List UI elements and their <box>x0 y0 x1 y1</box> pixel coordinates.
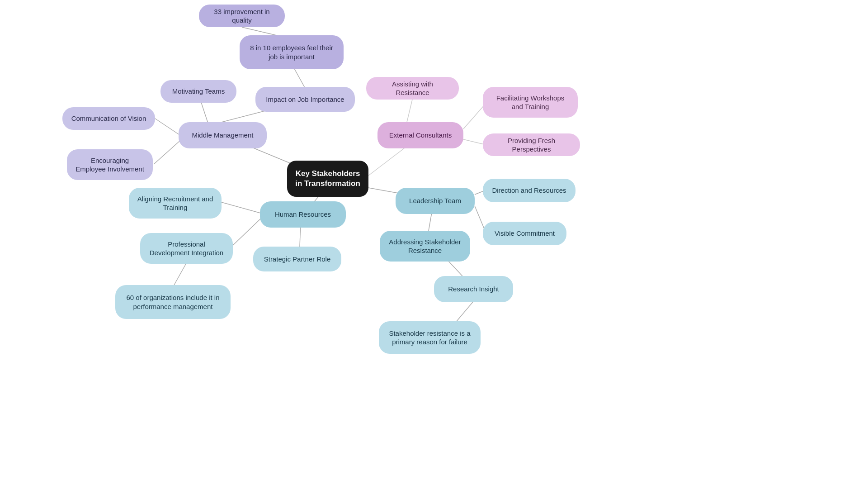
node-leadership-team-label: Leadership Team <box>409 196 461 205</box>
node-employees-label: 8 in 10 employees feel their job is impo… <box>248 43 335 61</box>
svg-line-9 <box>242 27 280 36</box>
svg-line-21 <box>457 301 474 321</box>
svg-line-10 <box>222 202 262 214</box>
node-motivating-teams-label: Motivating Teams <box>172 87 225 96</box>
node-stakeholder-resistance-label: Stakeholder resistance is a primary reas… <box>387 329 472 347</box>
node-middle-management: Middle Management <box>179 122 267 148</box>
node-job-importance: Impact on Job Importance <box>255 87 355 112</box>
node-research-insight: Research Insight <box>434 276 513 302</box>
node-job-importance-label: Impact on Job Importance <box>266 95 344 104</box>
svg-line-11 <box>231 217 262 247</box>
node-align-recruit-label: Aligning Recruitment and Training <box>137 195 213 212</box>
node-visible-commit: Visible Commitment <box>483 222 566 245</box>
node-stakeholder-resistance: Stakeholder resistance is a primary reas… <box>379 321 481 354</box>
node-address-stakeholder-label: Addressing Stakeholder Resistance <box>388 238 462 255</box>
node-assist-resistance-label: Assisting with Resistance <box>374 80 451 97</box>
node-comm-vision: Communication of Vision <box>62 107 155 130</box>
node-facilitating: Facilitating Workshops and Training <box>483 87 578 118</box>
node-strategic-partner-label: Strategic Partner Role <box>264 255 331 264</box>
node-quality: 33 improvement in quality <box>199 5 285 27</box>
node-motivating-teams: Motivating Teams <box>160 80 236 103</box>
node-quality-label: 33 improvement in quality <box>207 7 277 25</box>
node-assist-resistance: Assisting with Resistance <box>366 77 459 100</box>
node-strategic-partner: Strategic Partner Role <box>253 247 341 271</box>
node-human-resources-label: Human Resources <box>275 210 331 219</box>
center-node: Key Stakeholders in Transformation <box>287 161 368 197</box>
node-prof-dev-label: Professional Development Integration <box>148 240 225 257</box>
node-ext-consultants: External Consultants <box>377 122 463 148</box>
node-address-stakeholder: Addressing Stakeholder Resistance <box>380 231 470 262</box>
node-sixty-orgs: 60 of organizations include it in perfor… <box>115 285 231 319</box>
svg-line-8 <box>294 68 305 88</box>
node-leadership-team: Leadership Team <box>396 188 475 214</box>
node-ext-consultants-label: External Consultants <box>389 131 452 140</box>
node-dir-resources: Direction and Resources <box>483 179 576 202</box>
node-human-resources: Human Resources <box>260 201 346 228</box>
node-facilitating-label: Facilitating Workshops and Training <box>491 94 570 111</box>
node-sixty-orgs-label: 60 of organizations include it in perfor… <box>123 293 222 311</box>
node-prof-dev: Professional Development Integration <box>140 233 233 264</box>
node-visible-commit-label: Visible Commitment <box>495 229 555 238</box>
node-comm-vision-label: Communication of Vision <box>71 114 146 123</box>
svg-line-6 <box>154 118 179 135</box>
node-align-recruit: Aligning Recruitment and Training <box>129 188 222 219</box>
node-middle-management-label: Middle Management <box>192 131 254 140</box>
svg-line-13 <box>174 262 187 285</box>
svg-line-19 <box>429 213 432 231</box>
node-fresh-perspectives: Providing Fresh Perspectives <box>483 133 580 156</box>
node-enc-employee: Encouraging Employee Involvement <box>67 149 153 180</box>
svg-line-7 <box>154 141 179 164</box>
node-research-insight-label: Research Insight <box>448 285 499 294</box>
node-employees: 8 in 10 employees feel their job is impo… <box>240 35 344 69</box>
node-enc-employee-label: Encouraging Employee Involvement <box>75 156 145 174</box>
node-fresh-perspectives-label: Providing Fresh Perspectives <box>491 136 572 154</box>
center-label: Key Stakeholders in Transformation <box>295 169 360 189</box>
node-dir-resources-label: Direction and Resources <box>492 186 566 195</box>
